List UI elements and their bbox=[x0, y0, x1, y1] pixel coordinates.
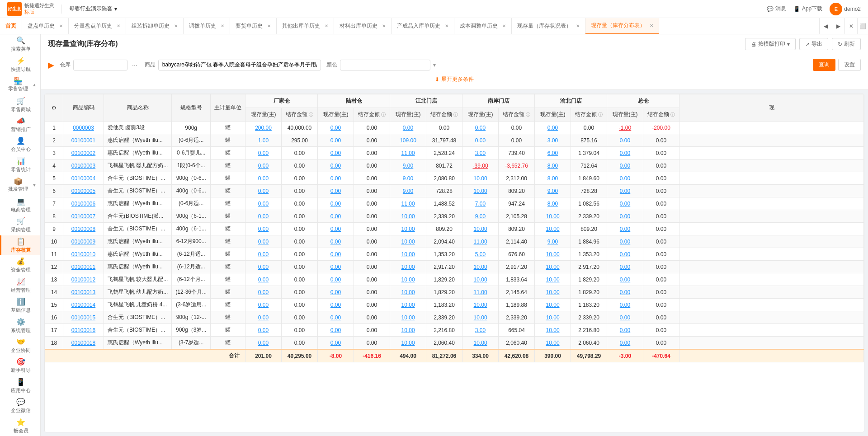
tab-home[interactable]: 首页 bbox=[0, 18, 22, 34]
cell-unit: 罐 bbox=[211, 286, 245, 299]
settings-btn[interactable]: 设置 bbox=[838, 59, 861, 71]
close-tab-transfer[interactable]: ✕ bbox=[221, 23, 224, 28]
table-row: 1 0000003 爱他美 卤羹3段 900g 罐 200.00 40,000.… bbox=[45, 122, 864, 134]
sidebar-item-member[interactable]: 👤 会员中心 bbox=[0, 135, 40, 155]
cell-nanan-qty: 10.00 bbox=[462, 337, 499, 350]
sidebar-item-inventory[interactable]: 📋 库存核算 bbox=[0, 235, 40, 255]
tab-close-all-btn[interactable]: ✕ bbox=[844, 18, 857, 34]
sidebar-item-retail-store[interactable]: 🛒 零售商城 bbox=[0, 94, 40, 114]
sidebar-item-retail-stats[interactable]: 📊 零售统计 bbox=[0, 155, 40, 175]
cell-nanan-amt: 0.00 bbox=[499, 122, 535, 134]
sidebar-item-quick-nav[interactable]: ⚡ 快捷导航 bbox=[0, 54, 40, 74]
tab-material-out[interactable]: 材料出库单历史 ✕ bbox=[334, 18, 392, 34]
cell-factory-qty: 200.00 bbox=[245, 122, 282, 134]
tab-prev-btn[interactable]: ◀ bbox=[819, 18, 832, 34]
sidebar-item-member2[interactable]: ⭐ 畅会员 bbox=[0, 416, 40, 436]
tab-sub-inventory[interactable]: 分量盘点单历史 ✕ bbox=[69, 18, 126, 34]
close-tab-stock-status[interactable]: ✕ bbox=[576, 23, 580, 28]
message-btn[interactable]: 💬 消息 bbox=[767, 5, 786, 13]
sidebar-item-marketing[interactable]: 📣 营销推广 bbox=[0, 115, 40, 135]
sidebar-item-app-center[interactable]: 📱 应用中心 bbox=[0, 376, 40, 396]
expand-conditions-btn[interactable]: ⬇ 展开更多条件 bbox=[435, 75, 474, 83]
sidebar-item-system[interactable]: ⚙️ 系统管理 bbox=[0, 315, 40, 335]
cell-more bbox=[679, 159, 864, 172]
cell-jiangbei-amt: 809.20 bbox=[426, 223, 462, 235]
color-dropdown-arrow[interactable]: ▾ bbox=[433, 62, 436, 68]
tab-purchase-order[interactable]: 要货单历史 ✕ bbox=[230, 18, 277, 34]
export-btn[interactable]: ↗ 导出 bbox=[799, 38, 828, 50]
cell-more bbox=[679, 210, 864, 223]
tab-next-btn[interactable]: ▶ bbox=[832, 18, 844, 34]
close-tab-sub-inventory[interactable]: ✕ bbox=[117, 23, 120, 28]
color-input[interactable] bbox=[340, 60, 430, 70]
th-settings[interactable]: ⚙ bbox=[45, 94, 63, 122]
cell-nanan-amt: 809.20 bbox=[499, 185, 535, 197]
tab-other-out[interactable]: 其他出库单历史 ✕ bbox=[277, 18, 334, 34]
close-tab-material-out[interactable]: ✕ bbox=[382, 23, 386, 28]
app-download-btn[interactable]: 📱 App下载 bbox=[793, 5, 822, 13]
refresh-btn[interactable]: ↻ 刷新 bbox=[832, 38, 861, 50]
tab-stock-status[interactable]: 现存量（库存状况表） ✕ bbox=[512, 18, 585, 34]
cell-jiangbei-amt: 2,216.80 bbox=[426, 324, 462, 337]
th-name: 商品名称 bbox=[104, 94, 172, 122]
search-btn[interactable]: 查询 bbox=[813, 59, 835, 71]
sidebar-item-basic[interactable]: ℹ️ 基础信息 bbox=[0, 295, 40, 315]
dropdown-icon: ▾ bbox=[114, 6, 117, 12]
close-tab-cost-adjust[interactable]: ✕ bbox=[502, 23, 506, 28]
cell-code: 00100003 bbox=[63, 159, 104, 172]
cell-total-amt: 0.00 bbox=[643, 134, 679, 147]
sidebar-item-corp[interactable]: 🤝 企业协同 bbox=[0, 336, 40, 356]
tab-inventory-count[interactable]: 盘点单历史 ✕ bbox=[22, 18, 69, 34]
sidebar-item-retail[interactable]: 🏪 零售管理 ▲ bbox=[0, 75, 40, 94]
sidebar-item-operation[interactable]: 📈 经营管理 bbox=[0, 275, 40, 295]
ecommerce-icon: 💻 bbox=[16, 197, 25, 206]
cell-yubei-amt: 809.20 bbox=[571, 223, 607, 235]
warehouse-input[interactable] bbox=[73, 60, 127, 70]
cell-unit: 罐 bbox=[211, 147, 245, 159]
close-tab-other-out[interactable]: ✕ bbox=[325, 23, 328, 28]
cell-total-amt: 0.00 bbox=[643, 185, 679, 197]
cell-luchun-qty: 0.00 bbox=[318, 134, 354, 147]
warehouse-dots[interactable]: ··· bbox=[132, 61, 137, 69]
footer-label: 合计 bbox=[45, 349, 245, 362]
close-tab-assembly[interactable]: ✕ bbox=[174, 23, 178, 28]
cell-total-qty: -1.00 bbox=[607, 122, 643, 134]
tab-transfer[interactable]: 调拨单历史 ✕ bbox=[184, 18, 230, 34]
sidebar-item-finance[interactable]: 💰 资金管理 bbox=[0, 255, 40, 275]
retail-icon: 🏪 bbox=[14, 77, 23, 85]
cell-total-qty: 0.00 bbox=[607, 210, 643, 223]
cell-seq: 2 bbox=[45, 134, 63, 147]
sidebar-item-purchase[interactable]: 🛒 采购管理 bbox=[0, 215, 40, 235]
cell-luchun-amt: 0.00 bbox=[354, 159, 390, 172]
close-tab-stock-dist[interactable]: ✕ bbox=[650, 23, 653, 28]
sidebar-item-corp-wechat[interactable]: 💬 企业微信 bbox=[0, 396, 40, 416]
sidebar-item-search[interactable]: 🔍 搜索英单 bbox=[0, 34, 40, 54]
cell-yubei-amt: 2,917.20 bbox=[571, 261, 607, 273]
tab-stock-dist[interactable]: 现存量（库存分布表） ✕ bbox=[585, 18, 659, 34]
close-tab-finished-in[interactable]: ✕ bbox=[445, 23, 448, 28]
tab-dropdown-btn[interactable]: ⬜ bbox=[857, 18, 868, 34]
tab-finished-in[interactable]: 产成品入库单历史 ✕ bbox=[392, 18, 454, 34]
cell-factory-qty: 0.00 bbox=[245, 324, 282, 337]
goods-input[interactable] bbox=[158, 60, 321, 70]
industry-selector[interactable]: 母婴行业演示陈套 ▾ bbox=[69, 5, 117, 13]
user-area[interactable]: E demo2 bbox=[830, 3, 861, 15]
cell-unit: 罐 bbox=[211, 122, 245, 134]
cell-unit: 罐 bbox=[211, 248, 245, 261]
close-tab-inventory-count[interactable]: ✕ bbox=[59, 23, 63, 28]
sidebar-item-guide[interactable]: 🎯 新手引导 bbox=[0, 356, 40, 375]
sidebar-item-ecommerce[interactable]: 💻 电商管理 bbox=[0, 195, 40, 215]
print-btn[interactable]: 🖨 按模版打印 ▾ bbox=[745, 38, 796, 50]
cell-more bbox=[679, 185, 864, 197]
cell-total-amt: 0.00 bbox=[643, 324, 679, 337]
cell-nanan-amt: 1,189.88 bbox=[499, 299, 535, 311]
close-tab-purchase-order[interactable]: ✕ bbox=[267, 23, 271, 28]
tab-assembly[interactable]: 组装拆卸单历史 ✕ bbox=[126, 18, 184, 34]
collapse-arrow[interactable]: ▶ bbox=[48, 60, 54, 70]
tab-cost-adjust[interactable]: 成本调整单历史 ✕ bbox=[454, 18, 512, 34]
cell-factory-amt: 0.00 bbox=[282, 147, 318, 159]
cell-code: 00100011 bbox=[63, 261, 104, 273]
th-jiangbei: 江北门店 bbox=[390, 94, 462, 108]
sidebar-item-wholesale[interactable]: 📦 批发管理 ▼ bbox=[0, 175, 40, 195]
quick-nav-icon: ⚡ bbox=[16, 56, 25, 65]
